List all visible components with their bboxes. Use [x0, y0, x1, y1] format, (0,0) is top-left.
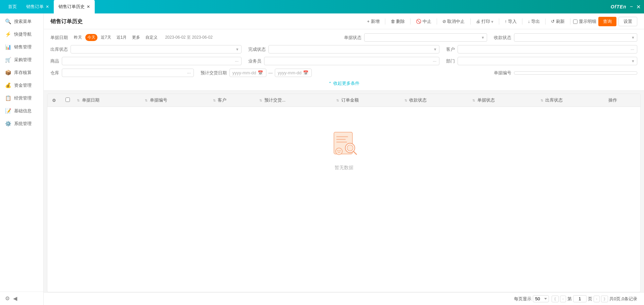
- import-btn[interactable]: ↑ 导入: [502, 17, 519, 26]
- sidebar-item-ops-mgmt[interactable]: 📋 经营管理: [0, 92, 43, 105]
- th-customer: ⇅ 客户: [210, 94, 257, 107]
- pay-status-select[interactable]: ▾: [514, 33, 637, 42]
- date-btn-today[interactable]: 今天: [85, 34, 97, 41]
- sidebar-item-quick-nav[interactable]: ⚡ 快捷导航: [0, 28, 43, 41]
- svg-rect-1: [336, 136, 348, 137]
- sidebar-settings-icon[interactable]: ⚙: [5, 295, 10, 302]
- first-page-btn[interactable]: ⟪: [552, 296, 559, 302]
- expected-date-sort-icon[interactable]: ⇅: [259, 99, 262, 102]
- th-amount-label: 订单金额: [341, 98, 359, 103]
- page-input[interactable]: [573, 295, 587, 302]
- sidebar-item-sys-mgmt[interactable]: ⚙️ 系统管理: [0, 117, 43, 130]
- sidebar-item-inventory[interactable]: 📦 库存核算: [0, 66, 43, 79]
- page-size-select[interactable]: 10 20 50 100: [533, 295, 549, 302]
- toolbar: + 新增 🗑 删除 🚫 中止 ⊘ 取消中止 🖨 打印 ▾: [364, 17, 637, 26]
- expected-date-range: yyyy-mm-dd 📅 — yyyy-mm-dd 📅: [229, 69, 487, 77]
- goods-select[interactable]: ···: [62, 57, 242, 65]
- complete-status-select[interactable]: ▾: [268, 45, 439, 53]
- divider-6: [522, 18, 522, 25]
- svg-rect-3: [336, 142, 347, 143]
- date-btn-custom[interactable]: 自定义: [143, 34, 160, 41]
- new-btn[interactable]: + 新增: [364, 17, 382, 26]
- export-btn[interactable]: ↓ 导出: [525, 17, 543, 26]
- tab-sales-history[interactable]: 销售订单历史 ✕: [54, 0, 95, 13]
- show-detail-checkbox-label[interactable]: 显示明细: [573, 18, 596, 25]
- cancel-stop-btn[interactable]: ⊘ 取消中止: [440, 17, 468, 26]
- settings-gear-icon[interactable]: ⚙: [52, 98, 56, 103]
- date-btn-7days[interactable]: 近7天: [99, 34, 113, 41]
- department-select[interactable]: ▾: [458, 57, 637, 65]
- sidebar-item-ops-mgmt-label: 经营管理: [14, 95, 32, 101]
- filter-row-2: 出库状态 ▾ 完成状态 ▾ 客户 ···: [50, 45, 637, 53]
- doc-status-select[interactable]: ▾: [364, 33, 487, 42]
- page-suffix: 页: [588, 296, 592, 302]
- th-date: ⇅ 单据日期: [74, 94, 142, 107]
- refresh-btn[interactable]: ↺ 刷新: [548, 17, 567, 26]
- th-checkbox[interactable]: [61, 94, 74, 107]
- window-close-btn[interactable]: ✕: [636, 4, 641, 10]
- th-settings[interactable]: ⚙: [47, 94, 61, 107]
- top-bar-right: OfTEn − ✕: [611, 4, 641, 10]
- divider-5: [499, 18, 499, 25]
- stop-btn-label: 🚫 中止: [416, 18, 431, 25]
- delete-btn[interactable]: 🗑 删除: [388, 17, 408, 26]
- sidebar-item-base-info[interactable]: 📝 基础信息: [0, 105, 43, 117]
- pay-status-sort-icon[interactable]: ⇅: [404, 99, 407, 102]
- date-sort-icon[interactable]: ⇅: [77, 99, 80, 102]
- goods-filter-label: 商品: [50, 58, 59, 64]
- amount-sort-icon[interactable]: ⇅: [336, 99, 339, 102]
- show-detail-label: 显示明细: [579, 18, 596, 25]
- data-table: ⚙ ⇅ 单据日期 ⇅ 单据编号: [47, 94, 640, 191]
- footer-page-size: 每页显示 10 20 50 100: [514, 295, 549, 302]
- sidebar-collapse-icon[interactable]: ◀: [13, 295, 17, 302]
- date-btn-yesterday[interactable]: 昨天: [72, 34, 84, 41]
- next-page-btn[interactable]: ›: [594, 296, 600, 302]
- warehouse-select[interactable]: ···: [62, 69, 194, 77]
- tab-sales-order-close[interactable]: ✕: [46, 4, 49, 9]
- sidebar-item-sales-mgmt[interactable]: 📊 销售管理: [0, 41, 43, 53]
- th-expected-date: ⇅ 预计交货...: [257, 94, 334, 107]
- expected-date-from[interactable]: yyyy-mm-dd 📅: [229, 69, 266, 77]
- warehouse-dots: ···: [187, 70, 191, 75]
- doc-status-sort-icon[interactable]: ⇅: [472, 99, 475, 102]
- window-min-btn[interactable]: −: [630, 4, 633, 10]
- delete-btn-label: 🗑 删除: [391, 18, 405, 25]
- total-text: 共0页,0条记录: [609, 296, 637, 302]
- sidebar-item-purchase-mgmt[interactable]: 🛒 采购管理: [0, 53, 43, 66]
- customer-sort-icon[interactable]: ⇅: [213, 99, 216, 102]
- doc-no-sort-icon[interactable]: ⇅: [145, 99, 147, 102]
- query-btn[interactable]: 查询: [598, 17, 616, 26]
- base-info-icon: 📝: [5, 108, 11, 114]
- th-doc-status-label: 单据状态: [477, 98, 495, 103]
- settings-btn[interactable]: 设置: [618, 17, 637, 26]
- tab-sales-order[interactable]: 销售订单 ✕: [22, 0, 54, 13]
- doc-no-input[interactable]: [514, 71, 637, 75]
- sidebar-item-quick-nav-label: 快捷导航: [14, 31, 32, 37]
- sidebar-item-search-menu[interactable]: 🔍 搜索菜单: [0, 15, 43, 28]
- goods-dots: ···: [235, 59, 239, 64]
- select-all-checkbox[interactable]: [66, 98, 70, 102]
- expected-date-to[interactable]: yyyy-mm-dd 📅: [275, 69, 312, 77]
- th-out-stock: ⇅ 出库状态: [538, 94, 606, 107]
- main-layout: 🔍 搜索菜单 ⚡ 快捷导航 📊 销售管理 🛒 采购管理 📦 库存核算 💰 资金管…: [0, 13, 644, 305]
- sales-person-select[interactable]: ···: [264, 57, 439, 65]
- page-label: 第: [567, 296, 572, 302]
- show-detail-checkbox[interactable]: [573, 20, 577, 24]
- date-btn-more[interactable]: 更多: [130, 34, 142, 41]
- date-btn-1month[interactable]: 近1月: [115, 34, 129, 41]
- print-btn[interactable]: 🖨 打印 ▾: [473, 17, 497, 26]
- tab-sales-history-close[interactable]: ✕: [87, 4, 90, 9]
- customer-select[interactable]: ···: [458, 45, 637, 53]
- purchase-mgmt-icon: 🛒: [5, 57, 11, 63]
- collapse-row[interactable]: ⌃ 收起更多条件: [50, 80, 637, 86]
- out-stock-sort-icon[interactable]: ⇅: [541, 99, 543, 102]
- prev-page-btn[interactable]: ‹: [560, 296, 566, 302]
- last-page-btn[interactable]: ⟫: [601, 296, 608, 302]
- stop-btn[interactable]: 🚫 中止: [413, 17, 434, 26]
- tab-home[interactable]: 首页: [3, 0, 22, 13]
- sidebar-item-base-info-label: 基础信息: [14, 108, 32, 114]
- empty-state-icon: [327, 127, 361, 161]
- out-stock-select[interactable]: ▾: [71, 45, 242, 53]
- sys-mgmt-icon: ⚙️: [5, 121, 11, 127]
- sidebar-item-funds-mgmt[interactable]: 💰 资金管理: [0, 79, 43, 92]
